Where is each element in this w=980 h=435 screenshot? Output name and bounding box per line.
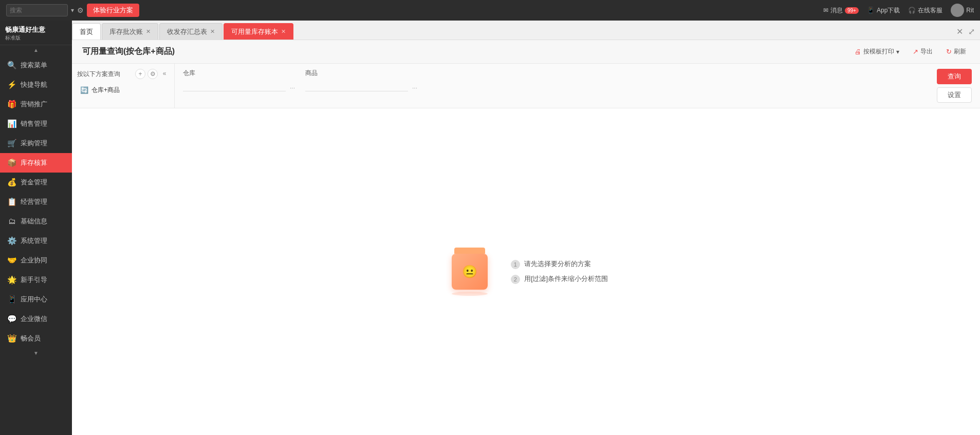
message-btn[interactable]: ✉ 消息 99+ [823,6,859,15]
chevron-down-icon[interactable]: ▾ [71,7,74,14]
empty-box: 😐 [452,254,488,290]
clipboard-icon: 📋 [7,197,16,206]
sidebar-item-sales[interactable]: 📊 销售管理 [0,114,72,134]
tab-home[interactable]: 首页 [72,23,101,40]
sidebar-item-marketing[interactable]: 🎁 营销推广 [0,94,72,114]
tab-batch-ledger-label: 库存批次账 [109,27,143,36]
settings-icon: ⚙️ [7,236,16,245]
sidebar-item-inventory[interactable]: 📦 库存核算 [0,153,72,173]
tip-text-1: 请先选择要分析的方案 [524,259,591,269]
sidebar-item-label: 采购管理 [21,139,47,148]
warehouse-label: 仓库 [183,69,295,78]
empty-tip-2: 2 用[过滤]条件来缩小分析范围 [511,274,608,284]
folder-icon: 🗂 [7,217,16,225]
gear-icon[interactable]: ⚙ [77,6,84,14]
page-title: 可用量查询(按仓库+商品) [82,46,175,57]
warehouse-dots[interactable]: ··· [290,84,295,91]
sidebar-item-wechat[interactable]: 💬 企业微信 [0,309,72,329]
filter-panel: 按以下方案查询 + ⚙ « 🔄 仓库+商品 仓 [72,64,980,108]
lightning-icon: ⚡ [7,80,16,89]
tab-bar-actions: ✕ ⤢ [955,26,980,40]
sidebar-item-label: 经营管理 [21,197,47,206]
print-btn[interactable]: 🖨 按模板打印 ▾ [851,45,903,58]
page-header: 可用量查询(按仓库+商品) 🖨 按模板打印 ▾ ↗ 导出 ↻ 刷新 [72,40,980,64]
sidebar-item-basic-info[interactable]: 🗂 基础信息 [0,212,72,231]
chat-icon: 💬 [7,314,16,324]
cart-icon: 🛒 [7,139,16,148]
empty-illustration: 😐 [444,246,495,297]
sidebar-item-app-center[interactable]: 📱 应用中心 [0,290,72,309]
sidebar-item-label: 系统管理 [21,236,47,245]
print-label: 按模板打印 [863,47,894,56]
sidebar-item-label: 搜索菜单 [21,61,47,70]
goods-label: 商品 [305,69,417,78]
sidebar-item-label: 企业协同 [21,256,47,265]
sidebar-scroll-down[interactable]: ▼ [0,348,72,358]
tip-num-1: 1 [511,260,520,269]
user-info[interactable]: Rit [951,4,974,17]
edit-scheme-btn[interactable]: ⚙ [147,69,158,79]
page-header-actions: 🖨 按模板打印 ▾ ↗ 导出 ↻ 刷新 [851,45,970,58]
sidebar-item-purchase[interactable]: 🛒 采购管理 [0,134,72,153]
filter-schemes-title: 按以下方案查询 [77,70,120,79]
sidebar-item-search[interactable]: 🔍 搜索菜单 [0,55,72,75]
box-icon: 📦 [7,158,16,167]
headset-icon: 🎧 [908,7,916,14]
app-download-btn[interactable]: 📱 App下载 [867,6,900,15]
refresh-btn[interactable]: ↻ 刷新 [942,45,970,58]
tab-available-qty-close[interactable]: ✕ [281,28,286,35]
export-btn[interactable]: ↗ 导出 [909,45,936,58]
sidebar-item-label: 快捷导航 [21,80,47,89]
crown-icon: 👑 [7,334,16,343]
page-content: 可用量查询(按仓库+商品) 🖨 按模板打印 ▾ ↗ 导出 ↻ 刷新 [72,40,980,435]
filter-schemes-header: 按以下方案查询 + ⚙ « [77,69,169,79]
sidebar-item-vip[interactable]: 👑 畅会员 [0,329,72,348]
filter-actions: 查询 设置 [937,64,980,108]
tab-bar: 首页 库存批次账 ✕ 收发存汇总表 ✕ 可用量库存账本 ✕ ✕ ⤢ [72,21,980,40]
logo-title: 畅康通好生意 [5,26,67,34]
sidebar-item-finance[interactable]: 💰 资金管理 [0,173,72,192]
gift-icon: 🎁 [7,100,16,109]
sidebar-item-operation[interactable]: 📋 经营管理 [0,192,72,212]
sidebar-item-enterprise[interactable]: 🤝 企业协同 [0,251,72,270]
sidebar-item-system[interactable]: ⚙️ 系统管理 [0,231,72,251]
sidebar-item-guide[interactable]: 🌟 新手引导 [0,270,72,290]
sidebar-scroll-up[interactable]: ▲ [0,45,72,55]
search-icon: 🔍 [7,61,16,70]
tab-close-btn[interactable]: ✕ [955,26,964,37]
message-badge: 99+ [845,7,859,14]
tab-expand-btn[interactable]: ⤢ [967,26,976,37]
query-button[interactable]: 查询 [937,69,972,84]
trial-btn[interactable]: 体验行业方案 [87,4,139,17]
collapse-btn[interactable]: « [160,69,169,78]
search-input[interactable] [6,4,68,16]
message-label: 消息 [830,6,843,15]
warehouse-field: 仓库 ··· [183,69,295,91]
money-icon: 💰 [7,178,16,187]
tab-batch-ledger[interactable]: 库存批次账 ✕ [102,23,158,40]
goods-dots[interactable]: ··· [412,84,417,91]
sidebar: 畅康通好生意 标准版 ▲ 🔍 搜索菜单 ⚡ 快捷导航 🎁 营销推广 📊 销售管理… [0,21,72,435]
user-name: Rit [966,7,974,14]
scheme-warehouse-goods[interactable]: 🔄 仓库+商品 [77,83,169,97]
avatar [951,4,964,17]
settings-button[interactable]: 设置 [937,87,972,103]
tip-num-2: 2 [511,275,520,284]
sidebar-item-label: 畅会员 [21,334,41,343]
tab-stock-summary[interactable]: 收发存汇总表 ✕ [159,23,223,40]
sidebar-item-quick-nav[interactable]: ⚡ 快捷导航 [0,75,72,94]
tab-batch-ledger-close[interactable]: ✕ [146,28,151,35]
goods-input[interactable] [305,80,408,91]
tab-stock-summary-close[interactable]: ✕ [210,28,215,35]
empty-tips: 1 请先选择要分析的方案 2 用[过滤]条件来缩小分析范围 [511,259,608,284]
sync-icon: 🔄 [80,86,88,94]
warehouse-input[interactable] [183,80,286,91]
chart-icon: 📊 [7,119,16,128]
add-scheme-btn[interactable]: + [135,69,145,79]
tab-stock-summary-label: 收发存汇总表 [167,27,207,36]
sidebar-item-label: 资金管理 [21,178,47,187]
handshake-icon: 🤝 [7,256,16,265]
star-icon: 🌟 [7,275,16,285]
tab-available-qty[interactable]: 可用量库存账本 ✕ [224,23,293,40]
online-service-btn[interactable]: 🎧 在线客服 [908,6,942,15]
